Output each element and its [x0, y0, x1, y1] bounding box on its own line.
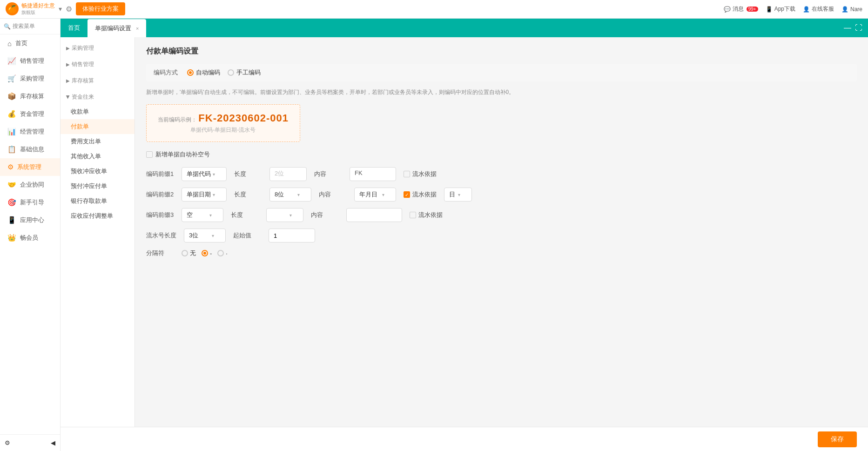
auto-encoding-radio-dot — [187, 69, 194, 76]
prefix3-select[interactable]: 空 ▾ — [182, 208, 223, 222]
prefix3-row: 编码前缀3 空 ▾ 长度 ▾ 内容 流水依据 — [146, 208, 857, 222]
sidebar-search[interactable]: 🔍 搜索菜单 — [0, 19, 60, 34]
sidebar-item-member[interactable]: 👑 畅会员 — [0, 229, 60, 247]
prefix1-length-input[interactable]: 2位 — [269, 167, 307, 181]
manual-encoding-label: 手工编码 — [236, 68, 261, 77]
submenu-group-purchase-label: 采购管理 — [72, 44, 94, 52]
nav-dropdown-icon[interactable]: ▾ — [59, 5, 62, 13]
info-text: 新增单据时，'单据编码'自动生成，不可编辑。前缀设置为部门、业务员等档案类，开单… — [146, 88, 857, 97]
service-icon: 👤 — [803, 6, 810, 13]
online-service-button[interactable]: 👤 在线客服 — [803, 5, 834, 13]
prefix2-content-select[interactable]: 年月日 ▾ — [354, 188, 396, 202]
sidebar-item-guide[interactable]: 🎯 新手引导 — [0, 194, 60, 211]
operation-icon: 📊 — [7, 128, 16, 136]
prefix3-content-input[interactable] — [346, 208, 402, 222]
sidebar-item-operation[interactable]: 📊 经营管理 — [0, 123, 60, 141]
prefix3-label: 编码前缀3 — [146, 211, 174, 219]
home-icon: ⌂ — [7, 40, 12, 47]
sep-options: 无 - · — [182, 249, 228, 257]
sidebar-item-inventory[interactable]: 📦 库存核算 — [0, 88, 60, 105]
submenu-group-capital-title[interactable]: ▶ 资金往来 — [61, 90, 135, 104]
prefix3-stream-checkbox[interactable]: 流水依据 — [410, 211, 443, 219]
app-download-button[interactable]: 📱 App下载 — [766, 5, 795, 13]
manual-encoding-radio[interactable]: 手工编码 — [228, 68, 261, 77]
auto-encoding-label: 自动编码 — [196, 68, 220, 77]
content-area: ▶ 采购管理 ▶ 销售管理 ▶ 库存核算 — [61, 37, 868, 427]
enterprise-icon: 🤝 — [7, 181, 16, 189]
submenu-item-receipt[interactable]: 收款单 — [61, 104, 135, 119]
sep-dash-radio[interactable]: - — [202, 250, 212, 257]
submenu-group-inventory-title[interactable]: ▶ 库存核算 — [61, 74, 135, 88]
trial-button[interactable]: 体验行业方案 — [76, 2, 125, 15]
sidebar-item-enterprise[interactable]: 🤝 企业协同 — [0, 176, 60, 194]
submenu-item-expense[interactable]: 费用支出单 — [61, 134, 135, 149]
user-avatar: 👤 — [841, 6, 848, 13]
submenu: ▶ 采购管理 ▶ 销售管理 ▶ 库存核算 — [61, 37, 135, 427]
tab-home[interactable]: 首页 — [61, 19, 87, 37]
member-icon: 👑 — [7, 234, 16, 242]
prefix1-select[interactable]: 单据代码 ▾ — [182, 167, 227, 181]
sidebar-item-purchase[interactable]: 🛒 采购管理 — [0, 70, 60, 88]
tab-home-label: 首页 — [68, 24, 80, 32]
serial-start-label: 起始值 — [233, 231, 261, 240]
prefix2-select[interactable]: 单据日期 ▾ — [182, 188, 227, 202]
sidebar-search-label: 搜索菜单 — [13, 22, 35, 30]
tab-encoding[interactable]: 单据编码设置 × — [87, 19, 146, 38]
sidebar-collapse-icon[interactable]: ◀ — [51, 439, 55, 446]
serial-start-input[interactable] — [269, 229, 315, 242]
submenu-item-prepay-receive[interactable]: 预收冲应收单 — [61, 164, 135, 179]
submenu-group-inventory-arrow: ▶ — [66, 78, 70, 83]
prefix2-stream-cb-box: ✓ — [404, 191, 410, 198]
sidebar: 🔍 搜索菜单 ⌂ 首页 📈 销售管理 🛒 采购管理 📦 库存核算 💰 资金管理 … — [0, 19, 61, 451]
auto-fill-row: 新增单据自动补空号 — [146, 150, 857, 159]
message-button[interactable]: 💬 消息 99+ — [724, 5, 758, 13]
sidebar-item-home[interactable]: ⌂ 首页 — [0, 34, 60, 52]
tab-bar-maximize-icon[interactable]: ⛶ — [855, 24, 862, 32]
submenu-item-other-income[interactable]: 其他收入单 — [61, 149, 135, 164]
prefix2-stream-checkbox[interactable]: ✓ 流水依据 — [404, 190, 437, 199]
sidebar-item-sales[interactable]: 📈 销售管理 — [0, 52, 60, 70]
sep-dot-radio[interactable]: · — [217, 250, 228, 257]
submenu-item-payment[interactable]: 付款单 — [61, 119, 135, 134]
guide-icon: 🎯 — [7, 198, 16, 207]
sidebar-item-finance[interactable]: 💰 资金管理 — [0, 105, 60, 123]
manual-encoding-radio-dot — [228, 69, 234, 76]
prefix1-stream-checkbox[interactable]: 流水依据 — [404, 170, 437, 178]
tab-bar-minimize-icon[interactable]: — — [844, 24, 851, 32]
sidebar-item-apps[interactable]: 📱 应用中心 — [0, 211, 60, 229]
message-badge: 99+ — [747, 7, 758, 12]
serial-length-select[interactable]: 3位 ▾ — [184, 229, 226, 242]
topbar-left: 🍊 畅捷通好生意 旗舰版 ▾ ⚙ 体验行业方案 — [6, 2, 125, 15]
prefix2-stream-select-arrow-icon: ▾ — [458, 192, 460, 197]
prefix2-stream-select[interactable]: 日 ▾ — [444, 188, 472, 202]
serial-length-arrow-icon: ▾ — [212, 233, 214, 238]
main-layout: 🔍 搜索菜单 ⌂ 首页 📈 销售管理 🛒 采购管理 📦 库存核算 💰 资金管理 … — [0, 19, 868, 451]
submenu-item-adjust[interactable]: 应收应付调整单 — [61, 209, 135, 223]
sidebar-item-basic[interactable]: 📋 基础信息 — [0, 141, 60, 158]
sep-dash-radio-dot — [202, 250, 208, 256]
prefix1-content-input[interactable]: FK — [350, 167, 396, 181]
footer: 保存 — [61, 427, 868, 451]
sep-none-radio[interactable]: 无 — [182, 249, 196, 257]
settings-icon[interactable]: ⚙ — [66, 5, 72, 13]
user-info[interactable]: 👤 Nare — [841, 6, 862, 13]
serial-length-value: 3位 — [189, 231, 198, 240]
submenu-item-bank-deposit[interactable]: 银行存取款单 — [61, 194, 135, 209]
main-content: 付款单编码设置 编码方式 自动编码 手工编码 — [135, 37, 868, 427]
save-button[interactable]: 保存 — [818, 431, 857, 447]
sidebar-settings-icon[interactable]: ⚙ — [5, 439, 10, 446]
auto-fill-checkbox[interactable] — [146, 151, 153, 158]
tab-close-icon[interactable]: × — [136, 26, 139, 31]
prefix3-length-select[interactable]: ▾ — [266, 208, 303, 222]
prefix3-stream-label: 流水依据 — [418, 211, 443, 219]
prefix2-row: 编码前缀2 单据日期 ▾ 长度 8位 ▾ 内容 年月日 — [146, 188, 857, 202]
submenu-group-purchase-title[interactable]: ▶ 采购管理 — [61, 41, 135, 55]
auto-encoding-radio[interactable]: 自动编码 — [187, 68, 220, 77]
topbar-logo: 🍊 畅捷通好生意 旗舰版 — [6, 2, 55, 15]
sidebar-item-system[interactable]: ⚙ 系统管理 — [0, 158, 60, 176]
encoding-radio-group: 自动编码 手工编码 — [187, 68, 261, 77]
submenu-group-sales-title[interactable]: ▶ 销售管理 — [61, 57, 135, 72]
sep-dot-radio-dot — [217, 250, 224, 256]
submenu-item-prepay-pay[interactable]: 预付冲应付单 — [61, 179, 135, 194]
prefix2-length-select[interactable]: 8位 ▾ — [269, 188, 311, 202]
